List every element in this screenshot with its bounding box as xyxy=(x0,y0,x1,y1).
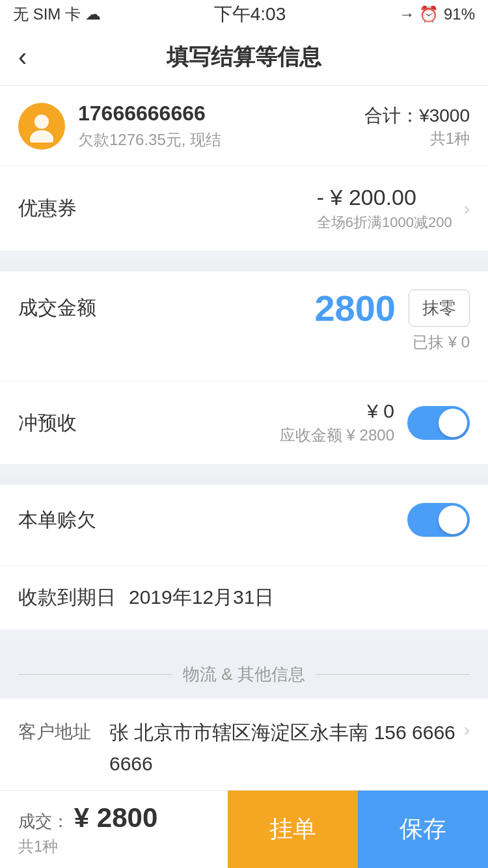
chevron-right-icon: › xyxy=(464,198,470,219)
divider-line-right xyxy=(316,674,470,675)
duedate-label: 收款到期日 xyxy=(18,584,116,611)
page-title: 填写结算等信息 xyxy=(167,42,321,72)
divider-line-left xyxy=(18,674,172,675)
hang-order-button[interactable]: 挂单 xyxy=(228,791,358,869)
sim-status: 无 SIM 卡 ☁ xyxy=(13,4,101,25)
bottom-summary: 成交： ¥ 2800 共1种 xyxy=(0,802,228,857)
status-left: 无 SIM 卡 ☁ xyxy=(13,4,101,25)
customer-right: 合计：¥3000 共1种 xyxy=(364,103,470,149)
customer-debt: 欠款1276.35元, 现结 xyxy=(78,129,221,150)
debt-section: 本单赊欠 收款到期日 2019年12月31日 xyxy=(0,485,488,629)
prepay-detail: ¥ 0 应收金额 ¥ 2800 xyxy=(280,400,394,446)
divider-text: 物流 & 其他信息 xyxy=(183,663,305,686)
customer-card: 17666666666 欠款1276.35元, 现结 合计：¥3000 共1种 … xyxy=(0,86,488,251)
coupon-detail: - ¥ 200.00 全场6折满1000减200 xyxy=(317,185,452,232)
total-label: 合计：¥3000 xyxy=(364,103,470,128)
coupon-label: 优惠券 xyxy=(18,195,77,222)
svg-point-0 xyxy=(34,115,49,129)
bottom-amount: ¥ 2800 xyxy=(74,802,157,833)
coupon-desc: 全场6折满1000减200 xyxy=(317,213,452,232)
customer-left: 17666666666 欠款1276.35元, 现结 xyxy=(18,102,221,150)
status-bar: 无 SIM 卡 ☁ 下午4:03 → ⏰ 91% xyxy=(0,0,488,29)
prepay-sub: 应收金额 ¥ 2800 xyxy=(280,425,394,446)
total-count: 共1种 xyxy=(364,128,470,149)
debt-label: 本单赊欠 xyxy=(18,507,96,534)
save-button[interactable]: 保存 xyxy=(358,791,488,869)
logistics-divider: 物流 & 其他信息 xyxy=(0,650,488,699)
address-value: 张 北京市市辖区海淀区永丰南 156 6666 6666 xyxy=(109,717,457,780)
status-time: 下午4:03 xyxy=(214,2,286,27)
address-label: 客户地址 xyxy=(18,717,96,744)
deal-label: 成交金额 xyxy=(18,295,96,321)
battery-icon: → ⏰ xyxy=(399,5,439,23)
debt-toggle[interactable] xyxy=(407,503,470,537)
prepay-row: 冲预收 ¥ 0 应收金额 ¥ 2800 xyxy=(18,400,470,446)
duedate-value: 2019年12月31日 xyxy=(129,584,274,611)
customer-phone: 17666666666 xyxy=(78,102,221,126)
svg-point-1 xyxy=(30,130,53,142)
separator-1 xyxy=(0,261,488,271)
chevron-right-icon: › xyxy=(464,717,470,740)
address-row[interactable]: 客户地址 张 北京市市辖区海淀区永丰南 156 6666 6666 › xyxy=(0,699,488,798)
bottom-deal-label: 成交： xyxy=(18,811,69,831)
debt-row: 本单赊欠 xyxy=(0,485,488,555)
coupon-row[interactable]: 优惠券 - ¥ 200.00 全场6折满1000减200 › xyxy=(0,166,488,251)
separator-2 xyxy=(0,474,488,485)
roundoff-button[interactable]: 抹零 xyxy=(409,290,470,327)
customer-info: 17666666666 欠款1276.35元, 现结 xyxy=(78,102,221,150)
separator-3 xyxy=(0,640,488,650)
prepay-section: 冲预收 ¥ 0 应收金额 ¥ 2800 xyxy=(0,381,488,464)
prepay-toggle[interactable] xyxy=(407,406,470,440)
address-card: 客户地址 张 北京市市辖区海淀区永丰南 156 6666 6666 › xyxy=(0,699,488,798)
customer-row: 17666666666 欠款1276.35元, 现结 合计：¥3000 共1种 xyxy=(0,86,488,166)
deal-sub: 已抹 ¥ 0 xyxy=(18,332,470,353)
bottom-deal-row: 成交： ¥ 2800 xyxy=(18,802,210,834)
deal-amount-row: 成交金额 2800 抹零 已抹 ¥ 0 xyxy=(0,271,488,371)
prepay-label: 冲预收 xyxy=(18,410,77,437)
battery-percent: 91% xyxy=(444,5,475,23)
nav-bar: ‹ 填写结算等信息 xyxy=(0,29,488,86)
status-right: → ⏰ 91% xyxy=(399,5,475,23)
deal-section: 成交金额 2800 抹零 已抹 ¥ 0 冲预收 ¥ 0 应收金额 ¥ 2800 xyxy=(0,271,488,464)
avatar xyxy=(18,103,65,150)
deal-right: 2800 抹零 xyxy=(314,290,470,327)
bottom-count: 共1种 xyxy=(18,836,210,857)
duedate-section: 收款到期日 2019年12月31日 xyxy=(0,565,488,629)
deal-amount: 2800 xyxy=(314,290,396,327)
prepay-amount: ¥ 0 xyxy=(280,400,394,422)
coupon-discount: - ¥ 200.00 xyxy=(317,185,452,210)
coupon-right: - ¥ 200.00 全场6折满1000减200 › xyxy=(317,185,470,232)
bottom-bar: 成交： ¥ 2800 共1种 挂单 保存 xyxy=(0,790,488,868)
back-button[interactable]: ‹ xyxy=(18,42,27,72)
prepay-right: ¥ 0 应收金额 ¥ 2800 xyxy=(280,400,470,446)
